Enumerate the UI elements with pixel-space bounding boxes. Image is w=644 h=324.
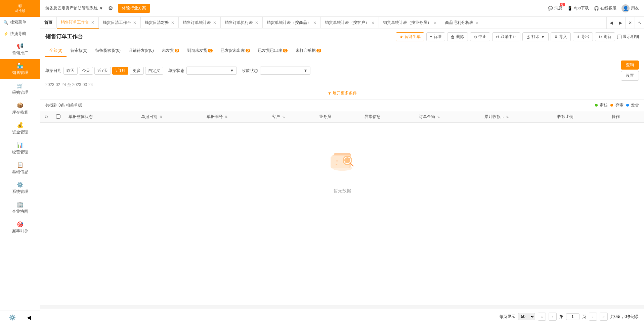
th-date[interactable]: 单据日期 ⇅: [137, 111, 203, 123]
date-1month-button[interactable]: 近1月: [112, 67, 129, 75]
subtab-all[interactable]: 全部(0): [45, 45, 67, 57]
setting-button[interactable]: 设置: [621, 71, 639, 81]
th-collected[interactable]: 累计收款... ⇅: [480, 111, 553, 123]
expand-down-icon: ▼: [328, 91, 332, 96]
date-more-button[interactable]: 更多: [130, 67, 144, 75]
show-detail-checkbox-label[interactable]: 显示明细: [617, 34, 639, 40]
system-title[interactable]: 装备及固定资产辅助管理系统 ▼: [45, 5, 103, 11]
stop-button[interactable]: ⊘ 中止: [470, 32, 490, 41]
tab-home-label: 首页: [44, 20, 52, 26]
print-button[interactable]: 🖨 打印 ▼: [522, 32, 549, 41]
date-today-button[interactable]: 今天: [79, 67, 93, 75]
delete-button[interactable]: 🗑 删除: [447, 32, 468, 41]
th-amount[interactable]: 订单金额 ⇅: [415, 111, 480, 123]
tab-cash-daily[interactable]: 钱货日清工作台 ✕: [99, 17, 141, 28]
sidebar-item-guide[interactable]: 🎯 新手引导: [0, 218, 40, 238]
tab-sales-order-workbench[interactable]: 销售订单工作台 ✕: [57, 17, 99, 29]
tab-close-monthly-staff[interactable]: ✕: [433, 21, 437, 25]
cancel-stop-label: 取消中止: [501, 34, 517, 40]
tab-close-monthly-customer[interactable]: ✕: [371, 21, 375, 25]
first-page-button[interactable]: «: [538, 313, 546, 321]
message-button[interactable]: 💬 消息 6: [548, 5, 562, 11]
enterprise-icon: 🏢: [17, 201, 24, 208]
payment-filter-select[interactable]: ▼: [260, 67, 310, 75]
tab-prev-button[interactable]: ◀: [606, 17, 616, 29]
show-detail-checkbox[interactable]: [617, 35, 621, 39]
th-customer[interactable]: 客户 ⇅: [268, 111, 315, 123]
subtab-not-printed[interactable]: 未打印单据0: [292, 45, 325, 57]
subtab-pending-inspect[interactable]: 待拣货验货(0): [91, 45, 125, 57]
tab-close-sales-exec[interactable]: ✕: [255, 21, 258, 25]
page-size-select[interactable]: 10 20 50 100: [518, 313, 535, 320]
sidebar-item-sales[interactable]: 🏪 销售管理: [0, 59, 40, 79]
subtab-shipped-not-out[interactable]: 已发货未出库0: [217, 45, 254, 57]
app-download-button[interactable]: 📱 App下载: [567, 5, 589, 11]
refresh-button[interactable]: ↻ 刷新: [595, 32, 615, 41]
th-number[interactable]: 单据编号 ⇅: [203, 111, 268, 123]
th-settings[interactable]: ⚙: [40, 111, 52, 123]
tab-gross-profit[interactable]: 商品毛利分析表 ✕: [441, 17, 483, 28]
last-page-button[interactable]: »: [600, 313, 608, 321]
sidebar-item-purchase[interactable]: 🛒 采购管理: [0, 79, 40, 99]
page-number-input[interactable]: [566, 313, 579, 320]
query-button[interactable]: 查询: [621, 60, 639, 70]
sidebar-sales-label: 销售管理: [12, 70, 28, 76]
sidebar-item-enterprise[interactable]: 🏢 企业协同: [0, 198, 40, 218]
tab-sales-exec[interactable]: 销售订单执行表 ✕: [221, 17, 263, 28]
subtab-wangpu-pending[interactable]: 旺铺待发货(0): [125, 45, 158, 57]
sidebar-item-finance[interactable]: 💰 资金管理: [0, 119, 40, 138]
tab-next-button[interactable]: ▶: [616, 17, 625, 29]
tab-close-monthly-product[interactable]: ✕: [313, 21, 316, 25]
new-button[interactable]: + 新增: [426, 32, 445, 41]
prev-page-button[interactable]: ‹: [549, 313, 557, 321]
solution-button[interactable]: 体验行业方案: [118, 4, 150, 13]
date-yesterday-button[interactable]: 昨天: [63, 67, 78, 75]
tab-sales-monthly-staff[interactable]: 销货单统计表（按业务员） ✕: [379, 17, 441, 28]
status-filter-select[interactable]: ▼: [186, 67, 237, 75]
sidebar-operations-label: 经营管理: [12, 149, 28, 155]
smart-create-button[interactable]: ★ 智能生单: [396, 32, 424, 41]
horizontal-scrollbar[interactable]: [40, 306, 644, 309]
cancel-stop-button[interactable]: ↺ 取消中止: [492, 32, 520, 41]
gear-icon[interactable]: ⚙: [108, 5, 113, 11]
tab-home[interactable]: 首页: [40, 17, 57, 28]
tab-close-sales-stats[interactable]: ✕: [213, 21, 216, 25]
review-action[interactable]: 审核: [595, 103, 608, 108]
sidebar-item-inventory[interactable]: 📦 库存核算: [0, 99, 40, 119]
sidebar-search[interactable]: 🔍 搜索菜单: [0, 17, 40, 28]
tab-sales-monthly-product[interactable]: 销货单统计表（按商品） ✕: [263, 17, 321, 28]
sidebar-item-operations[interactable]: 📊 经营管理: [0, 138, 40, 158]
collapse-icon[interactable]: ◀: [27, 314, 31, 321]
reject-action[interactable]: 弃审: [610, 103, 623, 108]
ship-action[interactable]: 发货: [626, 103, 639, 108]
export-button[interactable]: ⬆ 导出: [573, 32, 593, 41]
sidebar-item-marketing[interactable]: 📢 营销推广: [0, 39, 40, 59]
subtab-shipped-out[interactable]: 已发货已出库0: [254, 45, 292, 57]
tab-bar: 首页 销售订单工作台 ✕ 钱货日清工作台 ✕ 钱货日清对账 ✕ 销售订单统计表 …: [40, 17, 644, 29]
sidebar-quick-nav[interactable]: ⚡ 快捷导航: [0, 28, 40, 39]
import-button[interactable]: ⬇ 导入: [551, 32, 571, 41]
subtab-not-shipped[interactable]: 未发货0: [158, 45, 183, 57]
date-custom-button[interactable]: 自定义: [145, 67, 163, 75]
user-menu[interactable]: 👤 用友: [621, 4, 639, 12]
subtab-pending-review[interactable]: 待审核(0): [67, 45, 92, 57]
sidebar-item-system[interactable]: ⚙️ 系统管理: [0, 178, 40, 198]
tab-close-all-button[interactable]: ✕: [625, 17, 635, 29]
tab-sales-stats[interactable]: 销售订单统计表 ✕: [179, 17, 221, 28]
tab-close-cash-daily[interactable]: ✕: [133, 21, 136, 25]
expand-filter-button[interactable]: ▼ 展开更多条件: [328, 90, 357, 96]
sidebar-item-basic-info[interactable]: 📋 基础信息: [0, 158, 40, 178]
subtab-overdue-not-shipped[interactable]: 到期未发货0: [183, 45, 217, 57]
settings-icon[interactable]: ⚙️: [9, 314, 16, 321]
tab-close-cash-reconcile[interactable]: ✕: [171, 21, 174, 25]
tab-cash-reconcile[interactable]: 钱货日清对账 ✕: [141, 17, 179, 28]
th-checkbox[interactable]: [52, 111, 65, 123]
tab-close-sales-order[interactable]: ✕: [91, 20, 94, 25]
next-page-button[interactable]: ›: [589, 313, 597, 321]
date-7days-button[interactable]: 近7天: [94, 67, 111, 75]
tab-sales-monthly-customer[interactable]: 销货单统计表（按客户） ✕: [321, 17, 379, 28]
tab-expand-button[interactable]: ⤡: [635, 17, 644, 29]
online-service-button[interactable]: 🎧 在线客服: [594, 5, 616, 11]
select-all-checkbox[interactable]: [56, 114, 60, 119]
tab-close-gross-profit[interactable]: ✕: [475, 21, 479, 25]
